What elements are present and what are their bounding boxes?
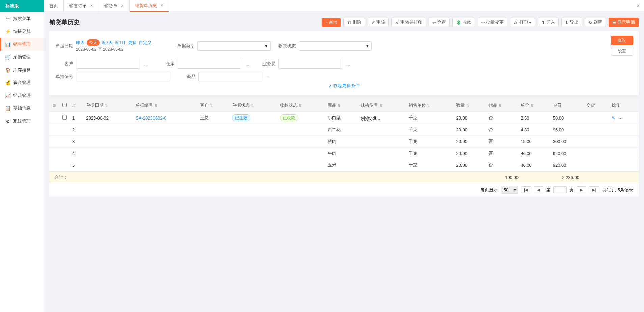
warehouse-ellipsis[interactable]: ... <box>244 61 250 67</box>
edit-action[interactable]: ✎ <box>612 115 615 121</box>
col-settings[interactable]: ⚙ <box>49 99 59 112</box>
goods-input[interactable] <box>198 72 262 81</box>
import-button[interactable]: ⬆ 导入 <box>538 18 559 27</box>
audit-print-button[interactable]: 🖨 审核并打印 <box>391 18 426 27</box>
cell-doc-no <box>133 159 197 171</box>
print-button[interactable]: 🖨 打印 ▾ <box>510 18 535 27</box>
goods-ellipsis[interactable]: ... <box>265 74 272 79</box>
sort-qty-icon: ⇅ <box>466 104 469 107</box>
col-gift[interactable]: 赠品 ⇅ <box>486 99 518 112</box>
more-action[interactable]: ⋯ <box>618 115 623 121</box>
col-unit-price[interactable]: 单价 ⇅ <box>518 99 550 112</box>
sidebar-item-sys-mgmt[interactable]: ⚙ 系统管理 <box>0 115 44 128</box>
sidebar-item-search-menu[interactable]: ☰ 搜索菜单 <box>0 12 44 25</box>
tab-home[interactable]: 首页 <box>44 0 64 12</box>
sidebar-item-purchase-mgmt[interactable]: 🛒 采购管理 <box>0 51 44 63</box>
shortcut-custom[interactable]: 自定义 <box>139 40 152 46</box>
col-amount[interactable]: 金额 <box>550 99 584 112</box>
tab-close-all[interactable]: ✕ <box>632 3 644 8</box>
table-container: ⚙ # 单据日期 ⇅ 单据编号 ⇅ 客户 ⇅ 单据状态 ⇅ 收款状态 ⇅ 商品 … <box>49 99 639 183</box>
col-doc-no[interactable]: 单据编号 ⇅ <box>133 99 197 112</box>
row-checkbox[interactable] <box>62 115 67 120</box>
col-qty[interactable]: 数量 ⇅ <box>453 99 485 112</box>
cell-checkbox <box>59 112 69 124</box>
export-button[interactable]: ⬇ 导出 <box>561 18 582 27</box>
date-range-display: 2023-06-02 至 2023-06-02 <box>76 47 152 52</box>
col-customer[interactable]: 客户 ⇅ <box>197 99 229 112</box>
shortcut-today[interactable]: 今天 <box>87 39 100 46</box>
cell-doc-status <box>229 148 277 159</box>
shortcut-more[interactable]: 更多 <box>128 40 137 46</box>
doc-no-input[interactable] <box>76 72 170 81</box>
next-page-button[interactable]: ▶ <box>577 186 586 193</box>
staff-ellipsis[interactable]: ... <box>345 61 352 67</box>
sidebar-item-basic-info[interactable]: 📋 基础信息 <box>0 102 44 115</box>
filter-payment-status-label: 收款状态 <box>277 43 296 49</box>
doc-type-select[interactable]: ▾ <box>197 41 271 51</box>
sidebar-item-sales-mgmt[interactable]: 📊 销售管理 <box>0 38 44 51</box>
col-doc-date[interactable]: 单据日期 ⇅ <box>83 99 133 112</box>
cell-checkbox <box>59 136 69 148</box>
col-sales-unit[interactable]: 销售单位 ⇅ <box>406 99 454 112</box>
batch-change-button[interactable]: ✏ 批量变更 <box>478 18 507 27</box>
query-button[interactable]: 查询 <box>611 36 633 45</box>
refresh-button[interactable]: ↻ 刷新 <box>585 18 606 27</box>
col-spec-type[interactable]: 规格型号 ⇅ <box>358 99 406 112</box>
page-input[interactable]: 1 <box>553 186 567 193</box>
show-detail-button[interactable]: ☰ 显示明细 <box>609 18 639 27</box>
cell-goods: 玉米 <box>325 159 358 171</box>
audit-button[interactable]: ✔ 审核 <box>368 18 389 27</box>
table-footer: 合计： 100.00 2,286.00 <box>49 171 639 183</box>
delete-button[interactable]: 🗑 删除 <box>343 18 365 27</box>
batch-change-icon: ✏ <box>481 20 485 25</box>
cell-goods: 猪肉 <box>325 136 358 148</box>
first-page-button[interactable]: |◀ <box>521 186 531 193</box>
collect-button[interactable]: 💲 收款 <box>452 18 475 27</box>
cell-checkbox <box>59 148 69 159</box>
sidebar-item-capital-mgmt[interactable]: 💰 资金管理 <box>0 76 44 89</box>
customer-ellipsis[interactable]: ... <box>143 61 149 67</box>
shortcut-7days[interactable]: 近7天 <box>102 40 113 46</box>
cell-payment <box>584 159 609 171</box>
tab-close-sales-order[interactable]: ✕ <box>90 4 93 8</box>
cell-payment <box>584 124 609 136</box>
shortcut-yesterday[interactable]: 昨天 <box>76 40 85 46</box>
tab-sales-goods-history[interactable]: 销货单历史 ✕ <box>130 0 169 12</box>
prev-page-button[interactable]: ◀ <box>534 186 543 193</box>
cell-goods: 小白菜 <box>325 112 358 124</box>
sidebar-item-ops-mgmt[interactable]: 📈 经营管理 <box>0 89 44 102</box>
cell-customer <box>197 159 229 171</box>
cell-doc-no <box>133 124 197 136</box>
payment-status-select[interactable]: ▾ <box>299 41 372 51</box>
staff-input[interactable] <box>278 59 342 69</box>
collapse-button[interactable]: ∧ 收起更多条件 <box>55 81 633 90</box>
cell-spec-type: tyjyjtyjdf... <box>358 112 406 124</box>
per-page-select[interactable]: 50 100 200 <box>501 186 518 194</box>
col-payment-status[interactable]: 收款状态 ⇅ <box>277 99 325 112</box>
sidebar-item-quick-nav[interactable]: ⚡ 快捷导航 <box>0 25 44 38</box>
sidebar-item-inventory-calc[interactable]: 🏠 库存核算 <box>0 63 44 76</box>
last-page-button[interactable]: ▶| <box>589 186 599 193</box>
doc-no-link[interactable]: SA-20230602-0 <box>136 115 166 121</box>
tab-sales-order[interactable]: 销售订单 ✕ <box>64 0 99 12</box>
sort-payment-status-icon: ⇅ <box>299 104 301 107</box>
col-doc-status[interactable]: 单据状态 ⇅ <box>229 99 277 112</box>
customer-input[interactable] <box>76 59 140 69</box>
cell-action <box>609 159 639 171</box>
sys-mgmt-icon: ⚙ <box>5 119 10 124</box>
select-all-checkbox[interactable] <box>62 103 67 107</box>
audit-icon: ✔ <box>371 20 375 25</box>
shortcut-1month[interactable]: 近1月 <box>115 40 126 46</box>
tab-close-sales-goods[interactable]: ✕ <box>121 4 124 8</box>
warehouse-input[interactable] <box>177 59 241 69</box>
new-button[interactable]: + 新增 <box>322 18 341 27</box>
filter-doc-type-label: 单据类型 <box>176 43 195 49</box>
set-button[interactable]: 设置 <box>611 47 633 56</box>
tab-sales-goods[interactable]: 销货单 ✕ <box>99 0 130 12</box>
table-body: 1 2023-06-02 SA-20230602-0 王总 已生效 已收款 小白… <box>49 112 639 171</box>
cell-seq: 5 <box>69 159 83 171</box>
tab-close-sales-goods-history[interactable]: ✕ <box>160 3 163 8</box>
abandon-button[interactable]: ↩ 弃审 <box>429 18 450 27</box>
col-goods[interactable]: 商品 ⇅ <box>325 99 358 112</box>
cell-seq: 1 <box>69 112 83 124</box>
